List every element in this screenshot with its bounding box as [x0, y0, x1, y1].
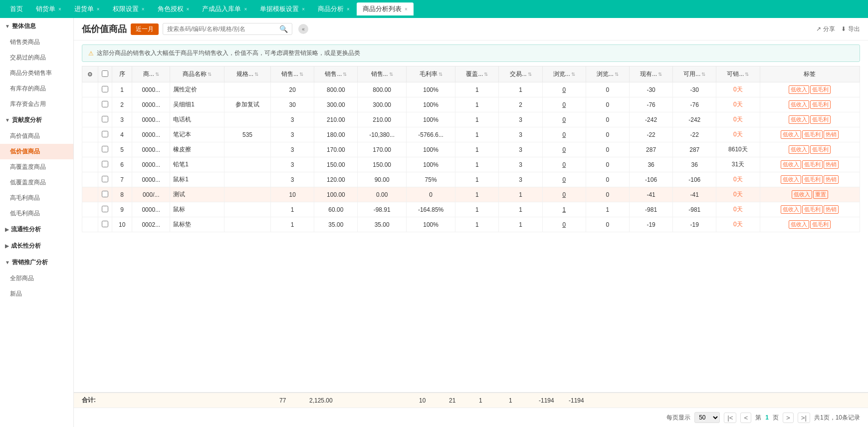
nav-role[interactable]: 角色授权 × — [152, 2, 196, 15]
sidebar-item-high-value[interactable]: 高价值商品 — [0, 128, 73, 144]
td-stock: 287 — [630, 142, 673, 157]
sidebar-section-contribution[interactable]: ▼ 贡献度分析 — [0, 112, 73, 128]
th-avail[interactable]: 可用...⇅ — [673, 66, 716, 82]
th-settings[interactable]: ⚙ — [82, 66, 98, 82]
last-page-button[interactable]: >| — [798, 413, 810, 423]
nav-sales[interactable]: 销货单 × — [30, 2, 67, 15]
nav-template[interactable]: 单据模板设置 × — [254, 2, 311, 15]
close-icon[interactable]: × — [347, 6, 350, 12]
close-icon[interactable]: × — [97, 6, 100, 12]
close-icon[interactable]: × — [405, 6, 408, 12]
sidebar-section-circulation[interactable]: ▶ 流通性分析 — [0, 221, 73, 238]
browse-link[interactable]: 0 — [562, 221, 566, 228]
browse-link[interactable]: 0 — [562, 116, 566, 123]
th-margin[interactable]: 毛利率⇅ — [406, 66, 455, 82]
sidebar-item-low-value[interactable]: 低价值商品 — [0, 144, 73, 159]
th-sales-qty[interactable]: 销售...⇅ — [271, 66, 314, 82]
filter-recent-month-button[interactable]: 近一月 — [131, 23, 159, 35]
row-checkbox[interactable] — [102, 161, 108, 167]
row-checkbox[interactable] — [102, 146, 108, 152]
page-size-select[interactable]: 50 100 200 — [694, 412, 720, 423]
td-browse1[interactable]: 1 — [542, 202, 586, 217]
close-icon[interactable]: × — [142, 6, 145, 12]
share-button[interactable]: ↗ 分享 — [816, 25, 835, 33]
td-browse1[interactable]: 0 — [542, 142, 586, 157]
sidebar-section-marketing[interactable]: ▼ 营销推广分析 — [0, 254, 73, 271]
row-checkbox[interactable] — [102, 116, 108, 122]
th-trade[interactable]: 交易...⇅ — [499, 66, 542, 82]
td-browse1[interactable]: 0 — [542, 82, 586, 97]
sidebar-item-new-products[interactable]: 新品 — [0, 286, 73, 302]
th-stock[interactable]: 现有...⇅ — [630, 66, 673, 82]
td-price2: 0.00 — [358, 187, 406, 202]
browse-link[interactable]: 1 — [562, 206, 566, 213]
sidebar-item-low-margin[interactable]: 低毛利商品 — [0, 206, 73, 221]
th-browse2[interactable]: 浏览...⇅ — [586, 66, 629, 82]
sidebar-item-stock-products[interactable]: 有库存的商品 — [0, 81, 73, 96]
td-browse1[interactable]: 0 — [542, 187, 586, 202]
th-sales-price1[interactable]: 销售...⇅ — [314, 66, 358, 82]
next-page-button[interactable]: > — [783, 413, 794, 423]
row-checkbox[interactable] — [102, 206, 108, 212]
nav-product-analysis-list[interactable]: 商品分析列表 × — [357, 2, 414, 15]
browse-link[interactable]: 0 — [562, 191, 566, 198]
footer-price1: 2,125.00 — [309, 397, 349, 404]
th-coverage[interactable]: 覆盖...⇅ — [455, 66, 499, 82]
nav-product-analysis[interactable]: 商品分析 × — [312, 2, 356, 15]
th-days[interactable]: 可销...⇅ — [716, 66, 760, 82]
browse-link[interactable]: 0 — [562, 86, 566, 93]
browse-link[interactable]: 0 — [562, 101, 566, 108]
sidebar-item-high-coverage[interactable]: 高覆盖度商品 — [0, 159, 73, 175]
th-spec[interactable]: 规格...⇅ — [224, 66, 270, 82]
th-name[interactable]: 商品名称⇅ — [170, 66, 224, 82]
export-button[interactable]: ⬇ 导出 — [841, 25, 860, 33]
td-browse1[interactable]: 0 — [542, 97, 586, 112]
sidebar-item-all-products[interactable]: 全部商品 — [0, 271, 73, 286]
sidebar-section-growth[interactable]: ▶ 成长性分析 — [0, 238, 73, 254]
sidebar-item-sales-products[interactable]: 销售类商品 — [0, 34, 73, 50]
row-checkbox[interactable] — [102, 191, 108, 197]
close-icon[interactable]: × — [244, 6, 247, 12]
sidebar-item-low-coverage[interactable]: 低覆盖度商品 — [0, 175, 73, 190]
th-sales-price2[interactable]: 销售...⇅ — [358, 66, 406, 82]
td-qty: 10 — [271, 187, 314, 202]
td-name: 鼠标垫 — [170, 217, 224, 232]
prev-page-button[interactable]: < — [740, 413, 751, 423]
th-browse1[interactable]: 浏览...⇅ — [542, 66, 586, 82]
sidebar-item-high-margin[interactable]: 高毛利商品 — [0, 190, 73, 206]
search-input[interactable] — [167, 25, 279, 32]
close-icon[interactable]: × — [187, 6, 190, 12]
sidebar-collapse-button[interactable]: « — [298, 24, 308, 34]
row-checkbox[interactable] — [102, 86, 108, 92]
nav-home[interactable]: 首页 — [4, 2, 29, 15]
td-browse1[interactable]: 0 — [542, 217, 586, 232]
close-icon[interactable]: × — [302, 6, 305, 12]
td-browse1[interactable]: 0 — [542, 112, 586, 127]
td-browse2: 0 — [586, 157, 629, 172]
sidebar-item-traded[interactable]: 交易过的商品 — [0, 50, 73, 65]
row-checkbox[interactable] — [102, 101, 108, 107]
browse-link[interactable]: 0 — [562, 146, 566, 153]
td-settings — [82, 127, 98, 142]
select-all-checkbox[interactable] — [102, 70, 108, 77]
td-browse1[interactable]: 0 — [542, 127, 586, 142]
browse-link[interactable]: 0 — [562, 176, 566, 183]
browse-link[interactable]: 0 — [562, 161, 566, 168]
nav-permission[interactable]: 权限设置 × — [107, 2, 151, 15]
first-page-button[interactable]: |< — [724, 413, 736, 423]
browse-link[interactable]: 0 — [562, 131, 566, 138]
sidebar-item-stock-capital[interactable]: 库存资金占用 — [0, 96, 73, 112]
nav-purchase[interactable]: 进货单 × — [68, 2, 106, 15]
sidebar-section-overview[interactable]: ▼ 整体信息 — [0, 18, 73, 34]
row-checkbox[interactable] — [102, 131, 108, 137]
td-browse1[interactable]: 0 — [542, 157, 586, 172]
nav-product-stock[interactable]: 产成品入库单 × — [196, 2, 253, 15]
search-icon[interactable]: 🔍 — [279, 25, 288, 33]
row-checkbox[interactable] — [102, 221, 108, 227]
th-code[interactable]: 商...⇅ — [132, 66, 170, 82]
close-icon[interactable]: × — [58, 6, 61, 12]
sidebar-item-category-rate[interactable]: 商品分类销售率 — [0, 65, 73, 81]
td-browse1[interactable]: 0 — [542, 172, 586, 187]
tag-badge: 低收入 — [789, 145, 809, 154]
row-checkbox[interactable] — [102, 176, 108, 182]
